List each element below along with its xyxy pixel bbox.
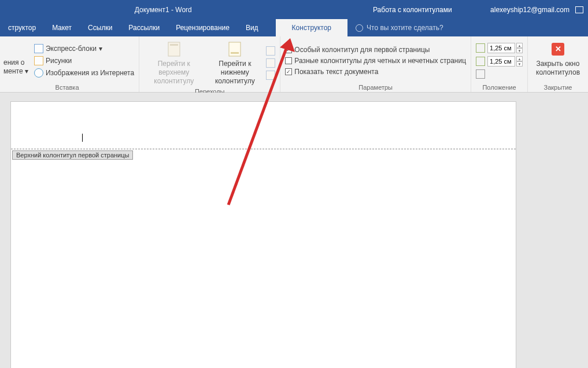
user-email[interactable]: alexeyship12@gmail.com bbox=[490, 6, 569, 14]
quick-parts-button[interactable]: Экспресс-блоки ▾ bbox=[34, 43, 134, 54]
tab-view[interactable]: Вид bbox=[238, 19, 267, 36]
alignment-tab-icon bbox=[476, 69, 485, 79]
footer-bottom-value[interactable] bbox=[487, 56, 515, 67]
insert-group-label: Вставка bbox=[0, 83, 134, 91]
nav-link-aux bbox=[266, 70, 275, 80]
tab-designer-trunc[interactable]: структор bbox=[0, 19, 44, 36]
svg-rect-1 bbox=[170, 44, 178, 46]
header-tag: Верхний колонтитул первой страницы bbox=[12, 150, 133, 160]
pictures-icon bbox=[34, 56, 43, 65]
spin-down[interactable]: ▼ bbox=[516, 48, 523, 53]
checkbox-icon bbox=[285, 57, 292, 64]
close-group-label: Закрытие bbox=[532, 83, 583, 91]
go-to-header-l1: Перейти к верхнему bbox=[147, 60, 200, 77]
header-area[interactable] bbox=[11, 102, 516, 149]
online-pictures-button[interactable]: Изображения из Интернета bbox=[34, 68, 134, 78]
svg-rect-3 bbox=[231, 52, 239, 54]
ribbon-group-options: Особый колонтитул для первой страницы Ра… bbox=[280, 36, 471, 92]
page[interactable]: Верхний колонтитул первой страницы bbox=[10, 101, 516, 368]
spin-up[interactable]: ▲ bbox=[516, 56, 523, 61]
header-top-value[interactable] bbox=[487, 43, 515, 53]
different-odd-even-label: Разные колонтитулы для четных и нечетных… bbox=[294, 57, 466, 65]
different-first-page-checkbox[interactable]: Особый колонтитул для первой страницы bbox=[285, 45, 466, 54]
doc-info-l2: менте bbox=[3, 67, 23, 75]
tab-header-footer-design[interactable]: Конструктор bbox=[276, 19, 347, 36]
footer-from-bottom[interactable]: ▲▼ bbox=[476, 56, 523, 67]
close-icon: ✕ bbox=[552, 43, 564, 56]
tell-me-search[interactable]: Что вы хотите сделать? bbox=[347, 19, 443, 36]
pictures-label: Рисунки bbox=[46, 57, 72, 65]
go-to-header-l2: колонтитулу bbox=[154, 77, 194, 86]
tab-layout[interactable]: Макет bbox=[44, 19, 80, 36]
go-to-header-button: Перейти к верхнему колонтитулу bbox=[144, 39, 204, 87]
header-distance-icon bbox=[476, 43, 485, 53]
nav-aux-icon3 bbox=[266, 71, 275, 80]
tool-context-label: Работа с колонтитулами bbox=[373, 6, 452, 14]
quick-parts-icon bbox=[34, 44, 43, 53]
tell-me-placeholder: Что вы хотите сделать? bbox=[367, 24, 443, 32]
svg-rect-2 bbox=[229, 42, 241, 56]
spin-up[interactable]: ▲ bbox=[516, 43, 523, 48]
ribbon-group-insert: ения о менте ▾ Экспресс-блоки ▾ Рисунки … bbox=[0, 36, 139, 92]
go-to-footer-button[interactable]: Перейти к нижнему колонтитулу bbox=[206, 39, 264, 87]
online-pictures-icon bbox=[34, 68, 43, 78]
doc-info-button[interactable]: ения о менте ▾ bbox=[0, 39, 32, 83]
different-odd-even-checkbox[interactable]: Разные колонтитулы для четных и нечетных… bbox=[285, 56, 466, 65]
text-cursor bbox=[82, 134, 83, 142]
ribbon-group-navigation: Перейти к верхнему колонтитулу Перейти к… bbox=[139, 36, 280, 92]
close-l1: Закрыть окно bbox=[537, 60, 580, 68]
insert-alignment-tab-button[interactable] bbox=[476, 69, 523, 79]
nav-next-aux bbox=[266, 58, 275, 68]
title-bar: Документ1 - Word Работа с колонтитулами … bbox=[0, 0, 588, 19]
ribbon-group-close: ✕ Закрыть окно колонтитулов Закрытие bbox=[528, 36, 588, 92]
online-pictures-label: Изображения из Интернета bbox=[46, 69, 134, 77]
spin-down[interactable]: ▼ bbox=[516, 61, 523, 67]
pictures-button[interactable]: Рисунки bbox=[34, 56, 134, 66]
different-first-page-label: Особый колонтитул для первой страницы bbox=[294, 46, 430, 54]
checkbox-icon bbox=[285, 46, 292, 53]
contextual-tool-title: Работа с колонтитулами bbox=[361, 0, 464, 19]
tab-mailings[interactable]: Рассылки bbox=[120, 19, 168, 36]
nav-prev-aux bbox=[266, 46, 275, 56]
tab-review[interactable]: Рецензирование bbox=[168, 19, 238, 36]
go-to-footer-l1: Перейти к нижнему bbox=[209, 60, 260, 77]
footer-distance-icon bbox=[476, 57, 485, 66]
doc-info-l1: ения о bbox=[3, 58, 25, 67]
close-l2: колонтитулов bbox=[536, 68, 580, 77]
ribbon-options-icon[interactable] bbox=[575, 6, 583, 13]
nav-aux-icon2 bbox=[266, 58, 275, 68]
header-from-top[interactable]: ▲▼ bbox=[476, 42, 523, 54]
close-header-footer-button[interactable]: ✕ Закрыть окно колонтитулов bbox=[532, 39, 583, 83]
nav-aux-icon1 bbox=[266, 46, 275, 56]
quick-parts-label: Экспресс-блоки bbox=[46, 45, 97, 53]
doc-title: Документ1 - Word bbox=[135, 6, 192, 14]
position-group-label: Положение bbox=[476, 83, 523, 91]
show-document-text-label: Показать текст документа bbox=[294, 68, 378, 76]
ribbon-group-position: ▲▼ ▲▼ Положение bbox=[471, 36, 528, 92]
document-workspace[interactable]: Верхний колонтитул первой страницы bbox=[0, 93, 588, 368]
go-to-footer-l2: колонтитулу bbox=[215, 77, 255, 86]
options-group-label: Параметры bbox=[285, 83, 466, 91]
show-document-text-checkbox[interactable]: Показать текст документа bbox=[285, 67, 466, 76]
tab-references[interactable]: Ссылки bbox=[80, 19, 120, 36]
window-title: Документ1 - Word bbox=[0, 6, 304, 14]
ribbon: ения о менте ▾ Экспресс-блоки ▾ Рисунки … bbox=[0, 36, 588, 93]
lightbulb-icon bbox=[356, 24, 363, 32]
tabs-bar: структор Макет Ссылки Рассылки Рецензиро… bbox=[0, 19, 588, 36]
checkbox-icon bbox=[285, 68, 292, 75]
